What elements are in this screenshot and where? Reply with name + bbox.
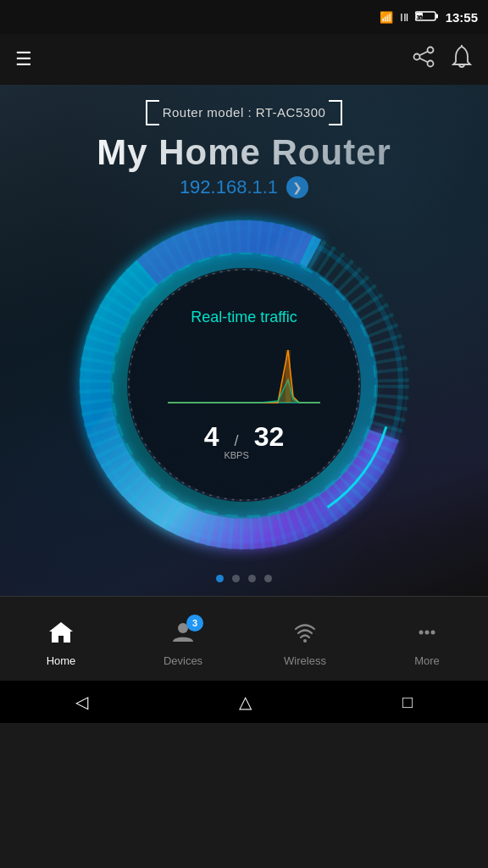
nav-wireless[interactable]: Wireless: [244, 611, 366, 667]
svg-point-27: [431, 630, 435, 634]
svg-rect-3: [435, 14, 438, 18]
back-button[interactable]: ◁: [75, 692, 88, 712]
main-content: Router model : RT-AC5300 My Home Router …: [0, 85, 488, 596]
router-info: Router model : RT-AC5300 My Home Router …: [0, 85, 488, 198]
svg-line-8: [419, 52, 427, 56]
dot-4[interactable]: [264, 575, 272, 582]
dot-3[interactable]: [248, 575, 256, 582]
svg-point-25: [419, 630, 424, 634]
devices-badge: 3: [186, 615, 203, 632]
router-ip: 192.168.1.1: [180, 176, 278, 198]
nav-more[interactable]: More: [366, 611, 488, 667]
menu-button[interactable]: ☰: [15, 48, 32, 70]
wireless-label: Wireless: [284, 654, 326, 667]
download-value: 32: [254, 421, 285, 453]
svg-point-7: [428, 61, 434, 67]
nav-devices[interactable]: 3 Devices: [122, 611, 244, 667]
svg-point-6: [414, 54, 420, 60]
status-time: 13:55: [446, 10, 478, 25]
traffic-numbers: 4 / KBPS 32: [204, 421, 285, 461]
home-icon: [47, 624, 75, 650]
status-bar: 📶 ⅠⅡ 35 35 13:55: [0, 0, 488, 34]
traffic-inner: Real-time traffic 4 /: [142, 283, 346, 487]
android-home-button[interactable]: △: [239, 692, 252, 712]
svg-point-24: [303, 639, 307, 643]
router-model-label: Router model : RT-AC5300: [163, 105, 326, 120]
android-nav: ◁ △ □: [0, 681, 488, 723]
dot-1[interactable]: [216, 575, 224, 582]
svg-point-5: [428, 47, 434, 53]
svg-line-9: [419, 58, 427, 63]
traffic-unit: KBPS: [224, 450, 248, 461]
home-label: Home: [47, 654, 76, 667]
svg-point-26: [425, 630, 430, 634]
share-button[interactable]: [412, 45, 435, 74]
devices-label: Devices: [164, 654, 202, 667]
page-dots: [0, 563, 488, 587]
svg-text:35: 35: [416, 14, 423, 20]
signal-status-icon: ⅠⅡ: [400, 11, 408, 24]
top-bar: ☰: [0, 34, 488, 85]
recents-button[interactable]: □: [402, 693, 413, 712]
bottom-nav: Home 3 Devices Wireles: [0, 596, 488, 681]
battery-icon: 35 35: [415, 10, 439, 25]
router-name: My Home Router: [0, 132, 488, 173]
notification-button[interactable]: [451, 45, 473, 74]
traffic-separator: /: [235, 432, 239, 450]
gauge-container: Real-time traffic 4 /: [66, 207, 422, 563]
ip-navigate-button[interactable]: ❯: [286, 176, 308, 198]
dot-2[interactable]: [232, 575, 240, 582]
more-icon: [413, 624, 441, 650]
nav-home[interactable]: Home: [0, 611, 122, 667]
router-ip-row: 192.168.1.1 ❯: [0, 176, 488, 198]
wireless-icon: [291, 624, 319, 650]
wifi-status-icon: 📶: [380, 11, 393, 24]
upload-value: 4: [204, 421, 219, 453]
more-label: More: [414, 654, 440, 667]
traffic-label: Real-time traffic: [191, 309, 297, 326]
traffic-chart: [159, 333, 329, 418]
